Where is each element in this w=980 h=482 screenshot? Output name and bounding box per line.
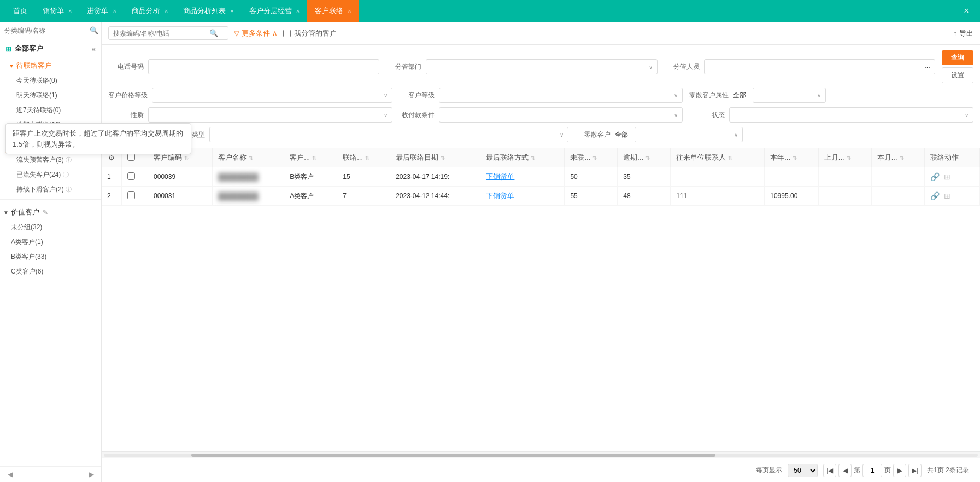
search-icon[interactable]: 🔍 bbox=[209, 29, 218, 37]
close-purchase-order-icon[interactable]: × bbox=[113, 0, 116, 22]
sidebar-item-churned[interactable]: 已流失客户(24) ⓘ bbox=[5, 167, 101, 182]
filter-label-phone: 电话号码 bbox=[108, 62, 144, 72]
more-conditions-button[interactable]: ▽ 更多条件 ∧ bbox=[234, 28, 278, 38]
filter-label-payment: 收付款条件 bbox=[399, 111, 435, 120]
sort-contact-icon[interactable]: ⇅ bbox=[365, 155, 369, 161]
export-button[interactable]: ↑ 导出 bbox=[954, 28, 974, 38]
sidebar-item-class-c[interactable]: C类客户(6) bbox=[0, 264, 101, 279]
row-uncontacted: 50 bbox=[565, 167, 618, 187]
close-customer-segmentation-icon[interactable]: × bbox=[296, 0, 300, 22]
filter-cell-person: 分管人员 ··· bbox=[664, 59, 935, 74]
sidebar-item-class-a[interactable]: A类客户(1) bbox=[0, 235, 101, 249]
customer-table: ⚙ 客户编码⇅ 客户名称⇅ 客 bbox=[102, 148, 980, 206]
sort-date-icon[interactable]: ⇅ bbox=[441, 155, 445, 161]
settings-button[interactable]: 设置 bbox=[942, 67, 973, 83]
nav-customer-contact[interactable]: 客户联络 × bbox=[307, 0, 359, 22]
filter-nature-select[interactable]: ∨ bbox=[148, 107, 392, 123]
all-customers-header[interactable]: ⊞ 全部客户 « bbox=[0, 39, 101, 58]
query-button[interactable]: 查询 bbox=[942, 50, 973, 65]
page-of-label: 页 bbox=[884, 466, 891, 475]
filter-dept-select[interactable]: ∨ bbox=[426, 59, 657, 74]
sort-last-month-icon[interactable]: ⇅ bbox=[847, 155, 851, 161]
filter-price-level-select[interactable]: ∨ bbox=[152, 88, 392, 103]
page-number-input[interactable] bbox=[862, 464, 882, 477]
sidebar-item-7days[interactable]: 近7天待联络(0) bbox=[5, 103, 101, 118]
nav-purchase-order[interactable]: 进货单 × bbox=[79, 0, 124, 22]
row-grid-icon[interactable]: ⊞ bbox=[944, 191, 950, 200]
sort-this-month-icon[interactable]: ⇅ bbox=[900, 155, 904, 161]
sort-this-year-icon[interactable]: ⇅ bbox=[793, 155, 797, 161]
filter-cell-payment: 收付款条件 ∨ bbox=[399, 107, 683, 123]
table-settings-icon[interactable]: ⚙ bbox=[108, 154, 115, 162]
row-grid-icon[interactable]: ⊞ bbox=[944, 172, 950, 181]
close-product-analysis-icon[interactable]: × bbox=[165, 0, 168, 22]
sort-method-icon[interactable]: ⇅ bbox=[531, 155, 535, 161]
sort-contacts-icon[interactable]: ⇅ bbox=[728, 155, 732, 161]
sidebar-scroll-left-icon[interactable]: ◀ bbox=[4, 469, 15, 480]
sidebar-item-tomorrow[interactable]: 明天待联络(1) bbox=[5, 88, 101, 103]
sidebar-item-today[interactable]: 今天待联络(0) bbox=[5, 73, 101, 88]
page-goto-label: 第 bbox=[854, 466, 860, 475]
sidebar-item-declining[interactable]: 持续下滑客户(2) ⓘ bbox=[5, 182, 101, 197]
nav-home[interactable]: 首页 bbox=[5, 0, 35, 22]
filter-cell-customer-type: 客户类型 ∨ bbox=[169, 127, 568, 142]
filter-level-select[interactable]: ∨ bbox=[439, 88, 683, 103]
arrow-down-icon: ▼ bbox=[9, 63, 14, 69]
first-page-button[interactable]: |◀ bbox=[823, 464, 836, 477]
row-checkbox[interactable] bbox=[127, 172, 135, 180]
filter-phone-input[interactable] bbox=[148, 59, 379, 74]
nav-sales-order[interactable]: 销货单 × bbox=[35, 0, 79, 22]
page-size-select[interactable]: 50 20 100 200 bbox=[788, 464, 818, 477]
my-customers-checkbox[interactable] bbox=[283, 30, 291, 37]
sort-name-icon[interactable]: ⇅ bbox=[249, 155, 253, 161]
nav-product-analysis-list[interactable]: 商品分析列表 × bbox=[175, 0, 241, 22]
sidebar-collapse-icon[interactable]: « bbox=[92, 45, 96, 53]
filter-label-retail-attr: 零散客户属性 bbox=[689, 91, 729, 100]
filter-retail-attr-select[interactable]: ∨ bbox=[753, 88, 826, 103]
last-page-button[interactable]: ▶| bbox=[908, 464, 922, 477]
export-icon: ↑ bbox=[954, 29, 958, 37]
value-customers-header[interactable]: ▼ 价值客户 ✎ bbox=[0, 205, 101, 220]
sidebar-search-icon[interactable]: 🔍 bbox=[90, 26, 98, 34]
close-product-analysis-list-icon[interactable]: × bbox=[230, 0, 233, 22]
contact-method-link[interactable]: 下销货单 bbox=[486, 191, 514, 200]
prev-page-button[interactable]: ◀ bbox=[838, 464, 852, 477]
sidebar-item-ungrouped[interactable]: 未分组(32) bbox=[0, 220, 101, 235]
next-page-button[interactable]: ▶ bbox=[893, 464, 906, 477]
sidebar-scroll-right-icon[interactable]: ▶ bbox=[86, 469, 97, 480]
filter-person-select[interactable]: ··· bbox=[704, 59, 935, 74]
close-customer-contact-icon[interactable]: × bbox=[348, 0, 351, 22]
waiting-contact-group-header[interactable]: ▼ 待联络客户 bbox=[5, 58, 101, 73]
filter-payment-select[interactable]: ∨ bbox=[439, 107, 683, 123]
sidebar-nav-arrows: ◀ ▶ bbox=[0, 466, 101, 482]
window-close-button[interactable]: × bbox=[958, 3, 975, 19]
filter-retail-customer-select[interactable]: ∨ bbox=[635, 127, 743, 142]
filter-label-retail-customer: 零散客户 bbox=[575, 130, 611, 140]
top-navigation: 首页 销货单 × 进货单 × 商品分析 × 商品分析列表 × 客户分层经营 × … bbox=[0, 0, 980, 22]
close-sales-order-icon[interactable]: × bbox=[68, 0, 72, 22]
value-group-edit-icon[interactable]: ✎ bbox=[43, 208, 48, 216]
row-checkbox-cell bbox=[121, 187, 148, 206]
sort-type-icon[interactable]: ⇅ bbox=[312, 155, 316, 161]
nav-product-analysis[interactable]: 商品分析 × bbox=[124, 0, 175, 22]
sidebar-item-churn-warning[interactable]: 流失预警客户(3) ⓘ bbox=[5, 153, 101, 167]
row-checkbox[interactable] bbox=[127, 191, 135, 199]
filter-customer-type-select[interactable]: ∨ bbox=[209, 127, 568, 142]
horizontal-scrollbar[interactable] bbox=[102, 451, 980, 458]
nav-customer-segmentation[interactable]: 客户分层经营 × bbox=[242, 0, 307, 22]
contact-method-link[interactable]: 下销货单 bbox=[486, 172, 514, 181]
row-link-icon[interactable]: 🔗 bbox=[930, 172, 940, 181]
sidebar-item-class-b[interactable]: B类客户(33) bbox=[0, 249, 101, 264]
sidebar-search-area: 🔍 bbox=[0, 22, 101, 39]
sort-code-icon[interactable]: ⇅ bbox=[184, 155, 189, 161]
sort-uncontacted-icon[interactable]: ⇅ bbox=[592, 155, 597, 161]
page-navigation: |◀ ◀ 第 页 ▶ ▶| bbox=[823, 464, 922, 477]
row-link-icon[interactable]: 🔗 bbox=[930, 191, 940, 200]
th-contact-count: 联络...⇅ bbox=[337, 148, 390, 167]
row-customer-type: A类客户 bbox=[284, 187, 337, 206]
search-input[interactable] bbox=[113, 30, 206, 37]
sort-overdue-icon[interactable]: ⇅ bbox=[645, 155, 650, 161]
filter-status-select[interactable]: ∨ bbox=[729, 107, 973, 123]
sidebar-search-input[interactable] bbox=[4, 27, 86, 34]
th-name: 客户名称⇅ bbox=[212, 148, 284, 167]
